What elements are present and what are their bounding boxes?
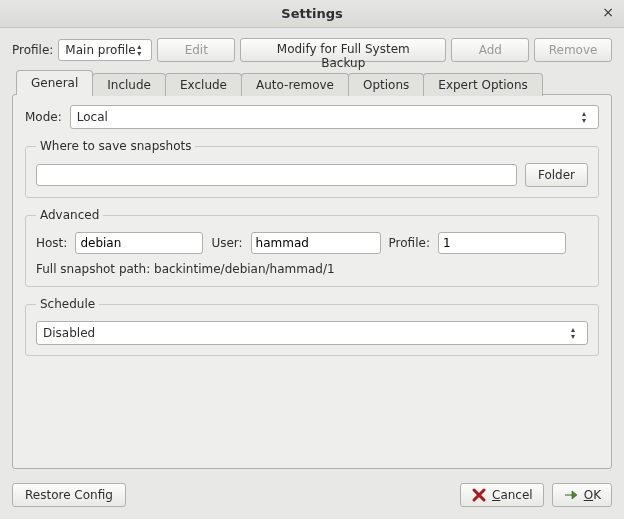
folder-button[interactable]: Folder: [525, 163, 588, 187]
tab-options[interactable]: Options: [348, 73, 424, 96]
host-label: Host:: [36, 236, 67, 250]
footer: Restore Config Cancel OK: [0, 475, 624, 519]
remove-button[interactable]: Remove: [534, 38, 612, 62]
mode-row: Mode: Local: [25, 105, 599, 129]
tab-include[interactable]: Include: [92, 73, 166, 96]
advanced-group: Advanced Host: User: Profile: Full snaps…: [25, 208, 599, 287]
titlebar: Settings ×: [0, 0, 624, 28]
tab-expert-options[interactable]: Expert Options: [423, 73, 542, 96]
tab-auto-remove[interactable]: Auto-remove: [241, 73, 349, 96]
profile-num-label: Profile:: [389, 236, 430, 250]
full-snapshot-path: Full snapshot path: backintime/debian/ha…: [36, 262, 588, 276]
cancel-icon: [471, 487, 487, 503]
cancel-button[interactable]: Cancel: [460, 483, 544, 507]
advanced-title: Advanced: [36, 208, 103, 222]
profile-select[interactable]: Main profile: [58, 39, 152, 61]
ok-button[interactable]: OK: [552, 483, 612, 507]
mode-label: Mode:: [25, 110, 62, 124]
tab-panel-general: Mode: Local Where to save snapshots Fold…: [12, 94, 612, 469]
host-input[interactable]: [75, 232, 203, 254]
profile-select-value: Main profile: [65, 43, 135, 57]
user-input[interactable]: [251, 232, 381, 254]
spinner-icon: [137, 42, 147, 58]
ok-button-label: OK: [584, 488, 601, 502]
spinner-icon: [582, 109, 592, 125]
content-area: Profile: Main profile Edit Modify for Fu…: [0, 28, 624, 475]
modify-full-backup-button[interactable]: Modify for Full System Backup: [240, 38, 446, 62]
tab-exclude[interactable]: Exclude: [165, 73, 242, 96]
user-label: User:: [211, 236, 242, 250]
profile-num-input[interactable]: [438, 232, 566, 254]
cancel-button-label: Cancel: [492, 488, 533, 502]
schedule-select-value: Disabled: [43, 326, 95, 340]
edit-button[interactable]: Edit: [157, 38, 235, 62]
schedule-title: Schedule: [36, 297, 99, 311]
close-icon[interactable]: ×: [600, 5, 616, 21]
tab-strip: General Include Exclude Auto-remove Opti…: [12, 70, 612, 95]
profile-label: Profile:: [12, 43, 53, 57]
mode-select-value: Local: [77, 110, 108, 124]
schedule-select[interactable]: Disabled: [36, 321, 588, 345]
spinner-icon: [571, 325, 581, 341]
schedule-group: Schedule Disabled: [25, 297, 599, 356]
profile-row: Profile: Main profile Edit Modify for Fu…: [12, 38, 612, 62]
restore-config-button[interactable]: Restore Config: [12, 483, 126, 507]
add-button[interactable]: Add: [451, 38, 529, 62]
save-location-title: Where to save snapshots: [36, 139, 195, 153]
tab-general[interactable]: General: [16, 70, 93, 95]
ok-arrow-icon: [563, 487, 579, 503]
save-location-group: Where to save snapshots Folder: [25, 139, 599, 198]
save-path-input[interactable]: [36, 164, 517, 186]
mode-select[interactable]: Local: [70, 105, 599, 129]
window-title: Settings: [281, 6, 342, 21]
